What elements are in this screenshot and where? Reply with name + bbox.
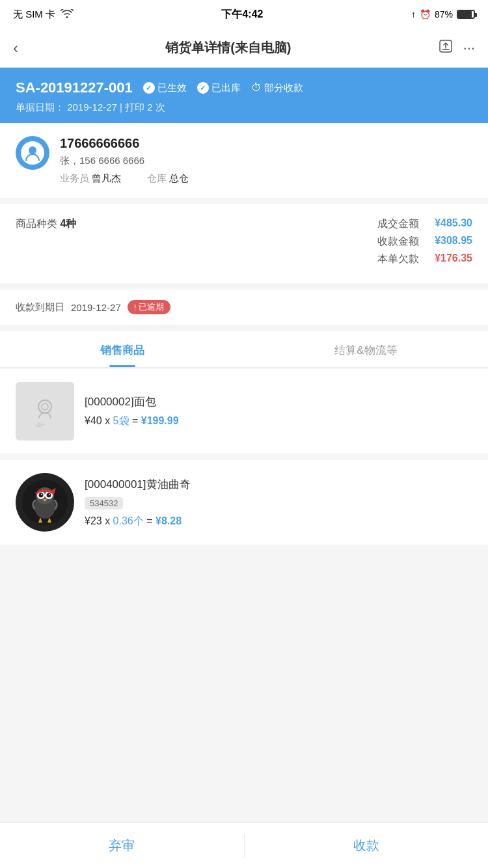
print-info: | 打印 2 次 [120,102,165,113]
share-button[interactable] [439,39,453,57]
product-price-2: ¥23 x 0.36个 = ¥8.28 [85,515,472,528]
banner-row1: SA-20191227-001 ✓ 已生效 ✓ 已出库 ⏱ 部分收款 [16,79,472,96]
stats-row: 商品种类 4种 成交金额 ¥485.30 收款金额 ¥308.95 本单欠款 ¥… [16,217,472,270]
svg-point-3 [42,403,48,410]
location-icon: ↑ [411,9,416,20]
status-bar: 无 SIM 卡 下午4:42 ↑ ⏰ 87% [0,0,488,29]
product-qty-2: 0.36个 [113,515,144,526]
sales-label: 业务员 [60,172,89,183]
product-equals-2: = [146,515,156,526]
receipt-label: 收款金额 [377,235,419,249]
header-banner: SA-20191227-001 ✓ 已生效 ✓ 已出库 ⏱ 部分收款 单据日期：… [0,68,488,123]
list-item: 品+ [0000002]面包 ¥40 x 5袋 = ¥199.99 [0,369,488,454]
more-button[interactable]: ··· [463,40,475,57]
svg-point-12 [41,494,42,495]
product-info-2: [000400001]黄油曲奇 534532 ¥23 x 0.36个 = ¥8.… [85,477,472,528]
order-date: 2019-12-27 [67,102,117,113]
due-label: 收款到期日 [16,301,64,314]
product-info-1: [0000002]面包 ¥40 x 5袋 = ¥199.99 [85,394,472,428]
customer-account: 17666666666 [60,136,472,151]
debt-label: 本单欠款 [377,252,419,266]
check-icon-effective: ✓ [143,82,155,94]
overdue-icon: ! [134,303,137,312]
deal-amount: ¥485.30 [435,217,472,231]
tabs-row: 销售商品 结算&物流等 [0,331,488,368]
kind-count: 4种 [60,218,76,229]
status-left: 无 SIM 卡 [13,8,74,21]
product-total-1: ¥199.99 [141,415,179,426]
product-thumbnail-1: 品+ [16,382,74,441]
battery-percent: 87% [435,9,453,20]
warehouse-name: 总仓 [169,172,189,183]
due-date-section: 收款到期日 2019-12-27 ! 已逾期 [0,290,488,325]
receipt-amount-row: 收款金额 ¥308.95 [377,235,472,249]
product-thumbnail-2: advanced whale [16,473,74,532]
stats-left: 商品种类 4种 [16,217,76,231]
product-multiply-1: x [105,415,113,426]
due-date: 2019-12-27 [71,302,121,313]
status-time: 下午4:42 [221,8,263,21]
svg-point-13 [49,494,50,495]
svg-point-1 [29,146,36,154]
check-icon-shipped: ✓ [197,82,209,94]
bottom-bar: 弃审 收款 [0,822,488,868]
collect-payment-button[interactable]: 收款 [245,837,489,854]
nav-actions: ··· [439,39,475,57]
tab-sales-products[interactable]: 销售商品 [0,331,244,367]
product-multiply-2: x [105,515,113,526]
customer-meta: 业务员 曾凡杰 仓库 总仓 [60,172,472,185]
product-price-1: ¥40 x 5袋 = ¥199.99 [85,414,472,428]
status-right: ↑ ⏰ 87% [411,9,475,20]
deal-amount-row: 成交金额 ¥485.30 [377,217,472,231]
svg-point-2 [38,400,51,413]
product-base-price-2: ¥23 [85,515,102,526]
overdue-badge: ! 已逾期 [128,300,171,314]
badge-shipped: ✓ 已出库 [197,82,241,94]
banner-date-row: 单据日期： 2019-12-27 | 打印 2 次 [16,102,472,114]
avatar [16,136,49,170]
badge-partial: ⏱ 部分收款 [251,82,303,94]
carrier-text: 无 SIM 卡 [13,8,55,21]
bottom-spacer [0,551,488,603]
svg-point-11 [47,493,51,498]
products-section: 品+ [0000002]面包 ¥40 x 5袋 = ¥199.99 [0,369,488,545]
order-id: SA-20191227-001 [16,79,133,96]
receipt-amount: ¥308.95 [435,235,472,249]
sales-info: 业务员 曾凡杰 [60,172,121,185]
avatar-icon [21,141,44,165]
overdue-text: 已逾期 [139,301,164,313]
warehouse-label: 仓库 [147,172,167,183]
tab-settlement[interactable]: 结算&物流等 [244,331,488,367]
page-title: 销货单详情(来自电脑) [165,39,291,57]
back-button[interactable]: ‹ [13,39,18,57]
stats-right: 成交金额 ¥485.30 收款金额 ¥308.95 本单欠款 ¥176.35 [377,217,472,270]
product-base-price-1: ¥40 [85,415,102,426]
nav-bar: ‹ 销货单详情(来自电脑) ··· [0,29,488,68]
date-label: 单据日期： [16,102,64,113]
alarm-icon: ⏰ [420,9,431,20]
badge-effective: ✓ 已生效 [143,82,187,94]
customer-section: 17666666666 张，156 6666 6666 业务员 曾凡杰 仓库 总… [0,123,488,198]
clock-icon: ⏱ [251,82,262,94]
product-total-2: ¥8.28 [156,515,182,526]
svg-text:品+: 品+ [36,422,45,427]
tabs-section: 销售商品 结算&物流等 [0,331,488,368]
product-equals-1: = [132,415,141,426]
warehouse-info: 仓库 总仓 [147,172,189,185]
customer-info: 17666666666 张，156 6666 6666 业务员 曾凡杰 仓库 总… [60,136,472,185]
product-name-2: [000400001]黄油曲奇 [85,477,472,492]
cancel-review-button[interactable]: 弃审 [0,837,244,854]
svg-point-10 [39,493,44,498]
deal-label: 成交金额 [377,217,419,231]
wifi-icon [61,9,74,20]
sales-name: 曾凡杰 [92,172,121,183]
kind-label: 商品种类 [16,218,57,229]
product-tag-2: 534532 [85,497,123,509]
product-qty-1: 5袋 [113,415,129,426]
debt-amount: ¥176.35 [435,252,472,266]
stats-section: 商品种类 4种 成交金额 ¥485.30 收款金额 ¥308.95 本单欠款 ¥… [0,204,488,283]
product-name-1: [0000002]面包 [85,394,472,409]
battery-icon [457,10,475,19]
list-item: advanced whale [000400001]黄油曲奇 534532 ¥2… [0,460,488,545]
customer-contact: 张，156 6666 6666 [60,155,472,167]
